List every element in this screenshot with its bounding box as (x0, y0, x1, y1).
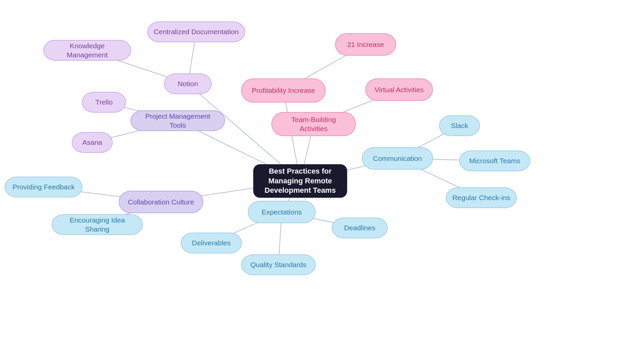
node-label-asana: Asana (72, 132, 112, 153)
node-label-notion: Notion (164, 74, 211, 94)
node-label-virtual-activities: Virtual Activities (366, 79, 433, 101)
node-label-deadlines: Deadlines (332, 218, 387, 238)
node-label-encouraging-idea-sharing: Encouraging Idea Sharing (52, 215, 143, 235)
node-label-deliverables: Deliverables (181, 233, 241, 253)
node-label-providing-feedback: Providing Feedback (5, 177, 82, 197)
node-label-regular-checkins: Regular Check-ins (446, 188, 517, 208)
node-label-communication: Communication (362, 147, 433, 169)
node-label-profitability-increase: Profitability Increase (241, 79, 325, 102)
node-label-collaboration-culture: Collaboration Culture (119, 191, 203, 213)
node-label-microsoft-teams: Microsoft Teams (460, 151, 530, 171)
node-label-quality-standards: Quality Standards (241, 255, 315, 275)
node-label-21-increase: 21 Increase (335, 34, 396, 55)
node-label-trello: Trello (82, 92, 126, 112)
center-node-label: Best Practices for Managing Remote Devel… (253, 164, 347, 198)
node-label-knowledge-management: Knowledge Management (44, 40, 131, 60)
node-label-centralized-documentation: Centralized Documentation (148, 22, 245, 42)
node-label-expectations: Expectations (248, 201, 315, 223)
node-label-project-management-tools: Project Management Tools (131, 111, 225, 131)
node-label-slack: Slack (439, 116, 480, 136)
node-label-team-building-activities: Team-Building Activities (272, 112, 356, 136)
